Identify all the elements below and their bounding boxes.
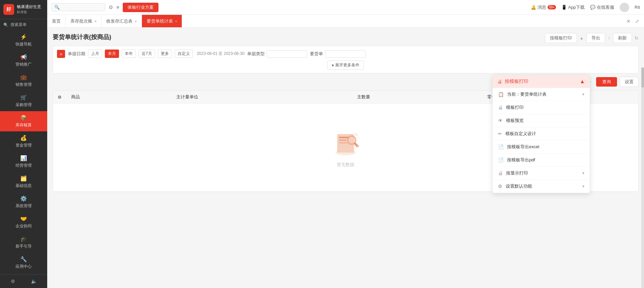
zijin-icon: 💰 bbox=[20, 135, 27, 141]
svg-rect-3 bbox=[339, 139, 346, 141]
tabs-bar-right: ✕ ⤢ bbox=[625, 17, 644, 25]
expand-more-row: ▾ 展开更多条件 bbox=[57, 61, 634, 70]
sidebar-item-kuaijie[interactable]: ⚡ 快捷导航 bbox=[0, 30, 47, 51]
template-print-label: 模板打印 bbox=[506, 104, 524, 110]
sidebar-item-label: 基础信息 bbox=[16, 183, 32, 189]
sidebar-item-kucun[interactable]: 📦 库存核算 bbox=[0, 111, 47, 131]
sidebar-search-label: 搜索菜单 bbox=[10, 22, 27, 28]
tab-yaohuo[interactable]: 要货单统计表 × bbox=[142, 15, 182, 27]
settings-icon[interactable]: ⚙ bbox=[58, 95, 62, 100]
yaohuo-select[interactable] bbox=[325, 50, 365, 58]
sidebar-item-xiaoshou[interactable]: 💼 销售管理 bbox=[0, 71, 47, 91]
sidebar-item-label: 销售管理 bbox=[16, 82, 32, 88]
tab-kucun-pizhang[interactable]: 库存批次账 × bbox=[66, 15, 101, 27]
date-filter-label: 单据日期 bbox=[68, 51, 85, 57]
print-dropdown-title: 按模板打印 bbox=[505, 78, 528, 85]
yaohuo-label: 要货单 bbox=[310, 51, 323, 57]
sidebar-item-label: 采购管理 bbox=[16, 102, 32, 108]
template-print-icon: 🖨 bbox=[498, 105, 503, 110]
expand-more-button[interactable]: ▾ 展开更多条件 bbox=[327, 61, 364, 70]
filter-expand-button[interactable]: » bbox=[57, 50, 65, 58]
order-type-label: 单据类型 bbox=[247, 51, 265, 57]
setting-button[interactable]: 设置 bbox=[620, 77, 639, 87]
set-default-item[interactable]: ⚙ 设置默认功能 ▾ bbox=[493, 180, 590, 193]
template-preview-item[interactable]: 👁 模板预览 bbox=[493, 114, 590, 127]
tab-shoufashui-close[interactable]: × bbox=[135, 19, 137, 23]
settings-bottom-icon[interactable]: ⚙ bbox=[9, 277, 17, 285]
sidebar-item-xinshou[interactable]: 🎓 新手引导 bbox=[0, 232, 47, 253]
print-dropdown-toggle-arrow[interactable]: ▲ bbox=[580, 36, 584, 40]
topbar-dropdown-arrow: ▾ bbox=[116, 4, 119, 11]
sidebar-item-caigou[interactable]: 🛒 采购管理 bbox=[0, 91, 47, 111]
sidebar-item-jingying[interactable]: 📊 经营管理 bbox=[0, 152, 47, 172]
notification-item[interactable]: 🔔 消息 99+ bbox=[531, 4, 556, 10]
order-type-select[interactable] bbox=[267, 50, 307, 58]
tab-maximize-icon[interactable]: ⤢ bbox=[634, 17, 641, 25]
notification-badge: 99+ bbox=[548, 5, 556, 9]
right-scrollbar[interactable] bbox=[641, 67, 644, 288]
tab-kucun-pizhang-close[interactable]: × bbox=[94, 19, 96, 23]
sidebar-nav: ⚡ 快捷导航 📢 营销推广 💼 销售管理 🛒 采购管理 📦 库存核算 💰 资金管… bbox=[0, 30, 47, 274]
sidebar-item-zijin[interactable]: 💰 资金管理 bbox=[0, 131, 47, 152]
template-preview-icon: 👁 bbox=[498, 118, 503, 123]
sidebar-item-label: 企业协同 bbox=[16, 223, 32, 229]
tab-shoufashui-label: 收发存汇总表 bbox=[106, 18, 133, 24]
sound-bottom-icon[interactable]: 🔈 bbox=[30, 277, 38, 285]
topbar-gear-icon[interactable]: ⚙ bbox=[109, 4, 113, 10]
template-excel-icon: 📄 bbox=[498, 144, 504, 150]
avatar[interactable] bbox=[620, 3, 629, 12]
sidebar-item-xitong[interactable]: ⚙️ 系统管理 bbox=[0, 192, 47, 212]
sidebar-item-yingyong[interactable]: 🔧 应用中心 bbox=[0, 253, 47, 273]
sidebar-item-qiye[interactable]: 🤝 企业协同 bbox=[0, 212, 47, 232]
template-preview-label: 模板预览 bbox=[506, 118, 524, 124]
sidebar-item-yingxiao[interactable]: 📢 营销推广 bbox=[0, 51, 47, 71]
template-design-item[interactable]: ✏ 模板自定义设计 bbox=[493, 127, 590, 140]
refresh-button[interactable]: 刷新 bbox=[613, 33, 632, 43]
template-pdf-item[interactable]: 📄 按模板导出pdf bbox=[493, 154, 590, 167]
print-button[interactable]: 按模板打印 bbox=[545, 33, 577, 43]
current-template-item[interactable]: 📋 当前：要货单统计表 ▾ bbox=[493, 88, 590, 101]
display-print-arrow: ▾ bbox=[582, 171, 584, 175]
date-btn-7days[interactable]: 近7天 bbox=[139, 50, 155, 58]
qiye-icon: 🤝 bbox=[20, 216, 27, 222]
tab-yaohuo-close[interactable]: × bbox=[175, 19, 177, 23]
export-button[interactable]: 导出 bbox=[586, 33, 605, 43]
app-download-item[interactable]: 📱 App下载 bbox=[561, 4, 585, 10]
refresh-icon: ↻ bbox=[635, 35, 639, 41]
template-excel-item[interactable]: 📄 按模板导出excel bbox=[493, 140, 590, 154]
xitong-icon: ⚙️ bbox=[20, 195, 27, 202]
filter-row: » 单据日期 上月 本月 本年 近7天 更多 自定义 2023-06-01 至 … bbox=[57, 50, 634, 58]
sidebar-search[interactable]: 🔍 搜索菜单 bbox=[0, 19, 47, 30]
svg-point-10 bbox=[358, 137, 359, 138]
tab-shoufashui[interactable]: 收发存汇总表 × bbox=[101, 15, 142, 27]
app-name: 畅康通好生意 bbox=[17, 4, 41, 10]
trial-btn[interactable]: 体验行业方案 bbox=[123, 3, 158, 12]
print-dropdown-header-left: 🖨 按模板打印 bbox=[497, 78, 528, 85]
query-button[interactable]: 查询 bbox=[596, 77, 617, 87]
display-print-icon: 🖨 bbox=[498, 170, 503, 176]
online-service-label: 在线客服 bbox=[597, 4, 614, 10]
date-btn-last-month[interactable]: 上月 bbox=[88, 50, 102, 58]
template-excel-label: 按模板导出excel bbox=[507, 144, 539, 150]
date-btn-more[interactable]: 更多 bbox=[158, 50, 172, 58]
kuaijie-icon: ⚡ bbox=[20, 34, 27, 40]
topbar-search-box[interactable]: 🔍 bbox=[51, 3, 105, 11]
display-print-item[interactable]: 🖨 按显示打印 ▾ bbox=[493, 167, 590, 180]
print-dropdown-close-icon[interactable]: ▲ bbox=[580, 78, 585, 85]
app-version: 标准版 bbox=[17, 10, 41, 14]
tab-home[interactable]: 首页 bbox=[47, 15, 66, 27]
table-col-settings[interactable]: ⚙ bbox=[53, 91, 66, 104]
sidebar-item-jichu[interactable]: 🗂️ 基础信息 bbox=[0, 172, 47, 192]
jichu-icon: 🗂️ bbox=[20, 175, 27, 182]
date-btn-custom[interactable]: 自定义 bbox=[175, 50, 193, 58]
set-default-label: 设置默认功能 bbox=[506, 183, 532, 189]
date-btn-this-month[interactable]: 本月 bbox=[105, 50, 119, 58]
template-print-item[interactable]: 🖨 模板打印 bbox=[493, 101, 590, 114]
tab-close-window-icon[interactable]: ✕ bbox=[625, 17, 632, 25]
online-service-item[interactable]: 💬 在线客服 bbox=[590, 4, 614, 10]
table-col-unit: 主计量单位 bbox=[172, 91, 352, 104]
topbar-search-input[interactable] bbox=[62, 5, 95, 10]
date-btn-this-year[interactable]: 本年 bbox=[122, 50, 136, 58]
current-template-icon: 📋 bbox=[498, 92, 504, 97]
display-print-label: 按显示打印 bbox=[506, 170, 528, 176]
